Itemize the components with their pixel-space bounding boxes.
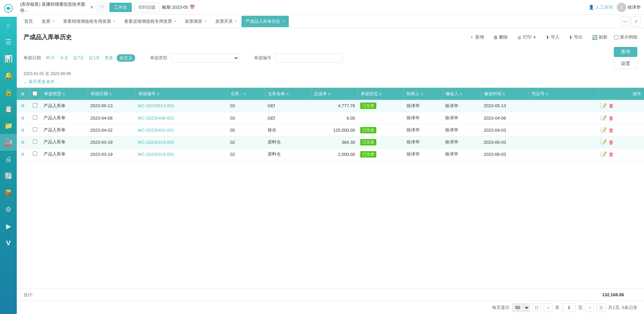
row-number[interactable]: MC-20230319-001 [135,148,227,160]
row-number[interactable]: MC-20230513-001 [135,100,227,112]
sidebar-item-home[interactable]: ⌂ [0,17,17,34]
tab-invoice-issue-close[interactable]: × [235,19,237,23]
row-settings[interactable]: ⚙ [17,124,29,136]
sidebar-item-v[interactable]: V [0,235,17,251]
row-number-link[interactable]: MC-20230319-002 [138,140,174,145]
company-selector[interactable]: (库存核算) 直播轻绕通信息技术股份... ▼ [20,1,94,13]
sidebar-item-play[interactable]: ▶ [0,218,17,235]
workbench-button[interactable]: 工作台 [109,3,132,12]
row-checkbox[interactable] [29,148,41,160]
tab-home[interactable]: 首页 [20,16,37,27]
row-settings[interactable]: ⚙ [17,136,29,148]
sidebar-item-print[interactable]: 🖨 [0,151,17,168]
sidebar-item-warehouse[interactable]: 🏭 [0,134,17,151]
date-opt-yesterday[interactable]: 昨天 [45,54,56,62]
th-warehouse-name[interactable]: 仓库名称 ⇅ [265,88,311,100]
row-edit-icon[interactable]: 📝 [600,151,607,157]
sidebar-item-lock[interactable]: 🔒 [0,84,17,101]
per-page-select[interactable]: 50 100 200 [512,303,530,312]
show-detail-check[interactable] [614,35,619,40]
row-settings[interactable]: ⚙ [17,100,29,112]
settings-icon[interactable]: ⚙ [21,91,25,97]
prev-page-btn[interactable]: ＜ [544,303,552,312]
row-settings[interactable]: ⚙ [17,112,29,124]
row-settings[interactable]: ⚙ [17,148,29,160]
row-delete-icon[interactable]: 🗑 [609,115,614,121]
delete-button[interactable]: 🗑 删除 [491,33,511,42]
row-edit-icon[interactable]: 📝 [600,139,607,145]
row-number-link[interactable]: MC-20230406-001 [138,116,174,121]
row-settings-icon[interactable]: ⚙ [21,140,25,145]
sidebar-item-sync[interactable]: 🔄 [0,168,17,184]
tab-sales-invoice-close[interactable]: × [113,19,115,23]
expand-conditions-btn[interactable]: ⌄ 展开更多条件 [23,79,637,85]
user-menu[interactable]: 人 徐泽华 [617,3,641,12]
switch-version-button[interactable]: 切到旧版 [135,2,159,12]
row-checkbox[interactable] [29,136,41,148]
date-opt-custom[interactable]: 自定义 [117,54,135,62]
tab-invoice-close[interactable]: × [52,19,54,23]
row-edit-icon[interactable]: 📝 [600,115,607,121]
set-button[interactable]: 设置 [614,58,637,69]
tab-sales-invoice[interactable]: 查看销项增值税专用发票 × [59,16,119,27]
tab-invoice-issue[interactable]: 发票开具 × [211,16,241,27]
app-logo[interactable] [0,0,17,17]
th-type[interactable]: 单据类型 ⇅ [41,88,88,100]
sidebar-item-inventory[interactable]: 📦 [0,184,17,201]
sidebar-item-task[interactable]: 📋 [0,101,17,117]
show-detail-checkbox[interactable]: 显示明细 [614,34,637,40]
sidebar-item-menu[interactable]: ☰ [0,34,17,50]
tab-minimize-btn[interactable]: — [621,17,630,26]
th-settings[interactable]: ⚙ [17,88,29,100]
row-number-link[interactable]: MC-20230402-001 [138,128,174,133]
row-settings-icon[interactable]: ⚙ [21,152,25,157]
th-status[interactable]: 单据状态 ⇅ [358,88,404,100]
row-number[interactable]: MC-20230406-001 [135,112,227,124]
date-opt-more[interactable]: 更多 [103,54,115,62]
tab-invoice-calc[interactable]: 发票测算 × [181,16,210,27]
company-icon-btn[interactable]: 📄 [97,3,107,12]
sidebar-item-notify[interactable]: 🔔 [0,67,17,84]
export-button[interactable]: ⬇ 导出 [566,33,585,42]
row-number[interactable]: MC-20230402-001 [135,124,227,136]
row-settings-icon[interactable]: ⚙ [21,103,25,108]
row-settings-icon[interactable]: ⚙ [21,116,25,121]
last-page-btn[interactable]: ⟩⟩ [597,303,605,312]
row-settings-icon[interactable]: ⚙ [21,128,25,133]
select-all-checkbox[interactable] [33,91,37,96]
tab-product-warehouse-close[interactable]: × [282,19,284,23]
row-delete-icon[interactable]: 🗑 [609,103,614,109]
date-opt-1month[interactable]: 近1月 [88,54,101,62]
print-button[interactable]: 🖨 打印 ▼ [515,33,539,42]
row-checkbox[interactable] [29,124,41,136]
th-creator[interactable]: 制单人 ⇅ [404,88,442,100]
th-number[interactable]: 单据编号 ⇅ [135,88,227,100]
refresh-button[interactable]: 🔄 刷新 [589,33,610,42]
tab-product-warehouse[interactable]: 产成品入库单历史 × [241,16,288,27]
th-warehouse-code[interactable]: 仓库... ⇅ [227,88,265,100]
row-checkbox[interactable] [29,112,41,124]
tab-maximize-btn[interactable]: ⤢ [631,17,641,26]
calendar-icon[interactable]: 📅 [190,5,195,10]
type-filter-wrap[interactable]: 产品入库单 [171,53,239,63]
first-page-btn[interactable]: ⟨⟨ [532,303,541,312]
page-number-input[interactable]: 1 [562,303,576,312]
row-edit-icon[interactable]: 📝 [600,127,607,133]
row-delete-icon[interactable]: 🗑 [609,139,614,145]
import-button[interactable]: ⬆ 导入 [543,33,562,42]
tab-invoice-calc-close[interactable]: × [204,19,206,23]
query-button[interactable]: 查询 [614,47,637,57]
sidebar-item-settings[interactable]: ⚙ [0,201,17,218]
th-modifier[interactable]: 修改人 ⇅ [442,88,481,100]
tab-purchase-invoice[interactable]: 查看进项增值税专用发票 × [120,16,180,27]
service-button[interactable]: 👤 人工咨询 [589,4,613,10]
th-cost[interactable]: 总成本 ⇅ [311,88,358,100]
row-number[interactable]: MC-20230319-002 [135,136,227,148]
sidebar-item-chart[interactable]: 📊 [0,50,17,67]
th-voucher[interactable]: 凭证号 ⇅ [529,88,598,100]
th-checkbox[interactable] [29,88,41,100]
date-opt-7days[interactable]: 近7天 [72,54,86,62]
th-date[interactable]: 单据日期 ⇅ [88,88,135,100]
new-button[interactable]: ＋ 新增 [467,33,487,42]
row-number-link[interactable]: MC-20230513-001 [138,103,174,108]
